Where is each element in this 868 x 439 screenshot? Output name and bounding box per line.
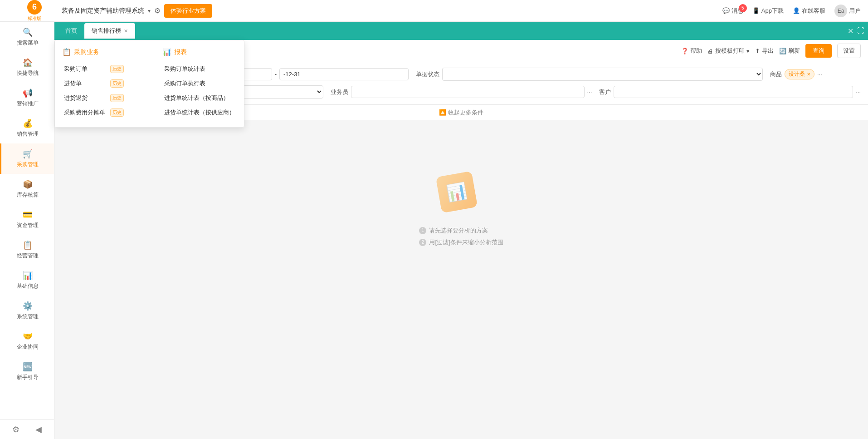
tab-home-label: 首页 <box>65 27 77 34</box>
menu-divider <box>144 48 144 120</box>
menu-item-po-stats[interactable]: 采购订单统计表 <box>162 62 237 76</box>
menu-item-stock-in[interactable]: 进货单 历史 <box>62 76 126 91</box>
help-btn[interactable]: ❓ 帮助 <box>681 47 702 55</box>
menu-item-purchase-order[interactable]: 采购订单 历史 <box>62 62 126 76</box>
sidebar-label-guide: 新手引导 <box>17 374 39 381</box>
empty-icon-inner: 📊 <box>436 171 478 213</box>
user-btn[interactable]: Ea 用户 <box>834 5 861 17</box>
stock-in-badge: 历史 <box>110 79 124 88</box>
sidebar-item-inventory[interactable]: 📦 库存核算 <box>0 174 54 204</box>
refresh-btn[interactable]: 🔄 刷新 <box>779 47 800 55</box>
purchase-order-label: 采购订单 <box>64 65 88 73</box>
purchase-order-badge: 历史 <box>110 65 124 73</box>
query-btn[interactable]: 查询 <box>805 44 832 58</box>
sidebar-label-marketing: 营销推广 <box>17 100 39 108</box>
system-icon: ⚙️ <box>23 301 33 311</box>
sidebar-item-base[interactable]: 📊 基础信息 <box>0 265 54 296</box>
refresh-label: 刷新 <box>788 47 800 55</box>
sidebar-item-search[interactable]: 🔍 搜索菜单 <box>0 22 54 52</box>
menu-section-purchase-title: 📋 采购业务 <box>62 48 126 56</box>
filter-salesman: 业务员 ··· <box>331 86 592 98</box>
date-end-input[interactable] <box>279 68 409 80</box>
service-icon: 👤 <box>793 7 800 14</box>
help-label: 帮助 <box>690 47 702 55</box>
sidebar-item-marketing[interactable]: 📢 营销推广 <box>0 83 54 113</box>
order-status-select[interactable] <box>442 68 763 81</box>
purchase-cost-badge: 历史 <box>110 109 124 117</box>
tab-close-window-icon[interactable]: ✕ <box>848 27 853 35</box>
settings-config-btn[interactable]: 设置 <box>837 44 861 58</box>
messages-btn[interactable]: 💬 消息 5 <box>722 7 743 15</box>
customer-more-icon: ··· <box>856 89 861 95</box>
purchase-cost-label: 采购费用分摊单 <box>64 109 105 117</box>
tip-num-1: 1 <box>419 227 426 234</box>
goods-tag-close[interactable]: ✕ <box>807 72 810 77</box>
system-name: 装备及固定资产辅助管理系统 <box>62 7 144 15</box>
sidebar-label-purchase: 采购管理 <box>17 161 39 168</box>
empty-state: 📊 1 请先选择要分析的方案 2 用[过滤]条件来缩小分析范围 <box>54 120 868 302</box>
empty-tip-2-text: 用[过滤]条件来缩小分析范围 <box>429 237 503 248</box>
sidebar-label-quick: 快捷导航 <box>17 69 39 77</box>
stock-in-label: 进货单 <box>64 79 82 88</box>
sidebar-label-inventory: 库存核算 <box>17 191 39 199</box>
purchase-section-icon: 📋 <box>62 48 71 56</box>
sidebar-item-ops[interactable]: 📋 经营管理 <box>0 235 54 265</box>
sidebar-item-finance[interactable]: 💳 资金管理 <box>0 204 54 235</box>
salesman-input[interactable] <box>351 86 585 98</box>
goods-more-icon: ··· <box>817 71 822 78</box>
system-dropdown-icon[interactable]: ▾ <box>148 8 151 14</box>
sidebar-label-search: 搜索菜单 <box>17 39 39 47</box>
sidebar-item-purchase[interactable]: 🛒 采购管理 <box>0 143 54 174</box>
stock-stats-supplier-label: 进货单统计表（按供应商） <box>164 109 235 117</box>
tab-expand-icon[interactable]: ⛶ <box>857 27 864 35</box>
print-icon: 🖨 <box>707 48 713 54</box>
bottom-settings-icon[interactable]: ⚙ <box>12 424 20 434</box>
tab-sales-rank[interactable]: 销售排行榜 ✕ <box>84 23 135 39</box>
bottom-collapse-icon[interactable]: ◀ <box>35 424 42 434</box>
export-label: 导出 <box>762 47 774 55</box>
finance-icon: 💳 <box>23 210 33 220</box>
sidebar-item-corp[interactable]: 🤝 企业协同 <box>0 326 54 356</box>
order-status-label: 单据状态 <box>416 70 439 79</box>
industry-btn[interactable]: 体验行业方案 <box>164 4 212 18</box>
filter-customer: 客户 ··· <box>599 86 861 98</box>
logo-area: 6 标准版 <box>7 0 62 22</box>
sidebar-label-system: 系统管理 <box>17 313 39 321</box>
menu-section-report-title: 📊 报表 <box>162 48 237 56</box>
search-icon: 🔍 <box>23 27 33 37</box>
sidebar-label-corp: 企业协同 <box>17 343 39 351</box>
stock-return-badge: 历史 <box>110 94 124 102</box>
menu-item-stock-return[interactable]: 进货退货 历史 <box>62 91 126 105</box>
sidebar-label-base: 基础信息 <box>17 282 39 290</box>
purchase-section-label: 采购业务 <box>74 48 99 56</box>
app-download-btn[interactable]: 📱 App下载 <box>752 7 784 15</box>
menu-item-po-exec[interactable]: 采购订单执行表 <box>162 76 237 91</box>
menu-item-stock-stats-goods[interactable]: 进货单统计表（按商品） <box>162 91 237 105</box>
customer-input[interactable] <box>614 86 853 98</box>
logo-icon: 6 <box>27 0 42 15</box>
tab-bar-actions: ✕ ⛶ <box>848 27 864 35</box>
export-btn[interactable]: ⬆ 导出 <box>755 47 774 55</box>
sidebar-item-guide[interactable]: 🆕 新手引导 <box>0 356 54 387</box>
corp-icon: 🤝 <box>23 331 33 341</box>
po-exec-label: 采购订单执行表 <box>164 79 205 88</box>
service-btn[interactable]: 👤 在线客服 <box>793 7 825 15</box>
topbar-middle: 装备及固定资产辅助管理系统 ▾ ⚙ 体验行业方案 <box>62 4 722 18</box>
po-stats-label: 采购订单统计表 <box>164 65 205 73</box>
menu-item-purchase-cost[interactable]: 采购费用分摊单 历史 <box>62 105 126 120</box>
tab-sales-rank-label: 销售排行榜 <box>92 27 121 35</box>
sidebar-item-sales[interactable]: 💰 销售管理 <box>0 113 54 143</box>
stock-stats-goods-label: 进货单统计表（按商品） <box>164 94 229 102</box>
empty-tip-2: 2 用[过滤]条件来缩小分析范围 <box>419 237 503 248</box>
sidebar-item-quick[interactable]: 🏠 快捷导航 <box>0 52 54 83</box>
print-label: 按模板打印 <box>715 47 745 55</box>
menu-item-stock-stats-supplier[interactable]: 进货单统计表（按供应商） <box>162 105 237 120</box>
sidebar-item-system[interactable]: ⚙️ 系统管理 <box>0 296 54 326</box>
app-label: App下载 <box>761 7 784 15</box>
topbar: 6 标准版 装备及固定资产辅助管理系统 ▾ ⚙ 体验行业方案 💬 消息 5 📱 … <box>0 0 868 22</box>
ops-icon: 📋 <box>23 240 33 250</box>
settings-icon[interactable]: ⚙ <box>154 6 161 15</box>
tab-close-icon[interactable]: ✕ <box>124 28 128 34</box>
print-btn[interactable]: 🖨 按模板打印 ▾ <box>707 47 750 55</box>
tab-home[interactable]: 首页 <box>58 23 84 39</box>
